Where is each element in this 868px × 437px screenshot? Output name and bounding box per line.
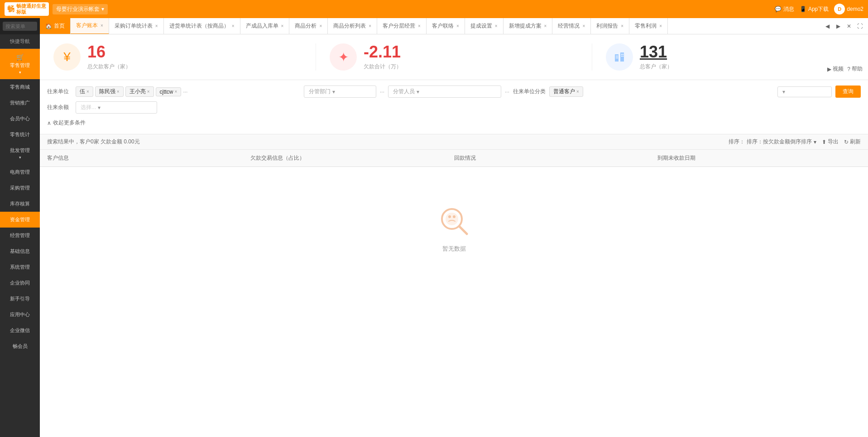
message-button[interactable]: 💬 消息 <box>775 5 794 13</box>
tab-close-icon-3[interactable]: × <box>232 24 235 28</box>
tab-product-inbound[interactable]: 产成品入库单 × <box>240 18 290 34</box>
tab-close-icon-8[interactable]: × <box>456 24 459 28</box>
tab-close-icon-5[interactable]: × <box>319 24 322 28</box>
sidebar-item-member[interactable]: 畅会员 <box>0 338 40 354</box>
sidebar-item-finance-mgmt[interactable]: 资金管理 <box>0 212 40 228</box>
th-debt-info: 欠款交易信息（占比） <box>250 154 454 162</box>
tab-commission-settings[interactable]: 提成设置 × <box>465 18 504 34</box>
tab-close-icon-10[interactable]: × <box>544 24 547 28</box>
quick-nav-item[interactable]: 快捷导航 <box>0 34 40 49</box>
tab-business-status[interactable]: 经营情况 × <box>552 18 591 34</box>
sidebar-item-purchase-mgmt[interactable]: 采购管理 <box>0 180 40 196</box>
refresh-button[interactable]: ↻ 刷新 <box>844 138 861 146</box>
sidebar-item-app-center[interactable]: 应用中心 <box>0 307 40 323</box>
tab-close-icon-13[interactable]: × <box>659 24 662 28</box>
tab-new-commission-plan[interactable]: 新增提成方案 × <box>504 18 553 34</box>
message-icon: 💬 <box>775 6 782 12</box>
sidebar-item-system[interactable]: 系统管理 <box>0 259 40 275</box>
remove-tag-chen[interactable]: × <box>117 89 120 94</box>
dept-select[interactable]: 分管部门 ▾ <box>304 86 376 98</box>
tab-close-icon-2[interactable]: × <box>155 24 158 28</box>
query-button[interactable]: 查询 <box>835 86 861 98</box>
demo-selector[interactable]: 母婴行业演示帐套 ▾ <box>53 4 108 14</box>
collapse-label: 收起更多条件 <box>53 119 86 127</box>
logo-text: 畅捷通好生意 标版 <box>16 3 46 15</box>
tab-controls: ◀ ▶ ✕ ⛶ <box>823 22 868 31</box>
tab-close-all[interactable]: ✕ <box>844 22 854 31</box>
top-right: 💬 消息 📱 App下载 D demo2 <box>775 4 863 14</box>
stat-info-debt: -2.11 欠款合计（万） <box>364 44 402 71</box>
tab-close-icon-4[interactable]: × <box>281 24 284 28</box>
tab-inbound-stats[interactable]: 进货单统计表（按商品） × <box>164 18 240 34</box>
quick-nav-label: 快捷导航 <box>10 38 30 44</box>
sidebar-item-operations[interactable]: 经营管理 <box>0 228 40 243</box>
tab-close-icon[interactable]: × <box>101 23 103 28</box>
message-label: 消息 <box>783 5 794 13</box>
tab-home[interactable]: 🏠 首页 <box>40 18 71 34</box>
sidebar-item-inventory[interactable]: 库存核算 <box>0 196 40 212</box>
search-input[interactable] <box>3 22 37 31</box>
sidebar-item-retail-stats[interactable]: 零售统计 <box>0 127 40 142</box>
collapse-button[interactable]: ∧ 收起更多条件 <box>47 119 861 127</box>
tab-close-icon-12[interactable]: × <box>621 24 623 28</box>
person-placeholder: 分管人员 <box>393 88 415 95</box>
tab-purchase-order-stats[interactable]: 采购订单统计表 × <box>109 18 164 34</box>
export-button[interactable]: ⬆ 导出 <box>822 138 839 146</box>
chevron-down-dept-icon: ▾ <box>332 89 335 95</box>
filter-tag-cjttcw: cjttcw × <box>156 87 182 96</box>
sidebar-item-guide[interactable]: 新手引导 <box>0 291 40 307</box>
dept-more-icon[interactable]: ··· <box>380 89 384 95</box>
tab-close-icon-6[interactable]: × <box>369 24 371 28</box>
sidebar-item-wholesale-mgmt[interactable]: 批发管理 ▾ <box>0 142 40 164</box>
refresh-label: 刷新 <box>850 138 861 146</box>
chevron-down-balance-icon: ▾ <box>98 104 101 111</box>
balance-select[interactable]: 选择... ▾ <box>76 101 157 114</box>
collapse-row: ∧ 收起更多条件 <box>47 117 861 128</box>
sidebar-item-enterprise-collab[interactable]: 企业协同 <box>0 275 40 291</box>
filter-tags-unit: 伍 × 陈民强 × 王小亮 × <box>76 86 300 97</box>
sidebar-item-retail-mall[interactable]: 零售商城 <box>0 79 40 95</box>
tab-retail-profit[interactable]: 零售利润 × <box>629 18 668 34</box>
sidebar-item-marketing[interactable]: 营销推广 <box>0 95 40 111</box>
tab-close-icon-7[interactable]: × <box>418 24 421 28</box>
chevron-down-category-icon: ▾ <box>782 89 785 95</box>
tab-maximize[interactable]: ⛶ <box>855 22 864 31</box>
svg-rect-7 <box>623 54 623 55</box>
tab-scroll-left[interactable]: ◀ <box>823 22 832 31</box>
tab-customer-contact[interactable]: 客户联络 × <box>427 18 465 34</box>
export-icon: ⬆ <box>822 139 826 145</box>
home-icon: 🏠 <box>45 23 52 29</box>
sidebar-item-member-center[interactable]: 会员中心 <box>0 111 40 127</box>
app-download-button[interactable]: 📱 App下载 <box>800 5 829 13</box>
person-select[interactable]: 分管人员 ▾ <box>388 86 501 98</box>
tab-customer-ledger[interactable]: 客户账本 × <box>71 18 109 34</box>
more-tags-button[interactable]: ··· <box>183 89 187 95</box>
stat-label-debt: 欠款合计（万） <box>364 63 402 71</box>
tab-customer-layer[interactable]: 客户分层经营 × <box>377 18 427 34</box>
tab-scroll-right[interactable]: ▶ <box>834 22 843 31</box>
sidebar-item-ecommerce[interactable]: 电商管理 <box>0 164 40 180</box>
tab-product-analysis-list[interactable]: 商品分析列表 × <box>328 18 377 34</box>
tab-product-analysis[interactable]: 商品分析 × <box>289 18 328 34</box>
filter-area: 往来单位 伍 × 陈民强 × <box>40 80 868 134</box>
stat-icon-total <box>606 43 633 71</box>
tab-profit-report[interactable]: 利润报告 × <box>591 18 629 34</box>
remove-tag-cjttcw[interactable]: × <box>175 89 177 94</box>
remove-tag-wang[interactable]: × <box>147 89 150 94</box>
tab-close-icon-11[interactable]: × <box>582 24 585 28</box>
sidebar-item-basic-info[interactable]: 基础信息 <box>0 243 40 259</box>
results-summary: 搜索结果中，客户0家 欠款金额 0.00元 <box>47 138 140 146</box>
svg-rect-9 <box>623 56 623 57</box>
sort-selector[interactable]: 排序： 排序：按欠款金额倒序排序 ▾ <box>729 138 816 146</box>
sidebar-item-retail-mgmt[interactable]: 🛒 零售管理 ▾ <box>0 49 40 79</box>
person-more-icon[interactable]: ··· <box>505 89 509 95</box>
remove-tag-wu[interactable]: × <box>86 89 89 94</box>
remove-tag-normal-customer[interactable]: × <box>576 89 579 94</box>
user-avatar[interactable]: D demo2 <box>834 4 863 14</box>
sort-chevron-icon: ▾ <box>814 139 816 145</box>
sidebar-item-enterprise-wechat[interactable]: 企业微信 <box>0 323 40 338</box>
category-select[interactable]: ▾ <box>777 86 832 97</box>
th-repayment: 回款情况 <box>454 154 657 162</box>
tab-close-icon-9[interactable]: × <box>495 24 498 28</box>
sidebar-search-area <box>0 18 40 34</box>
